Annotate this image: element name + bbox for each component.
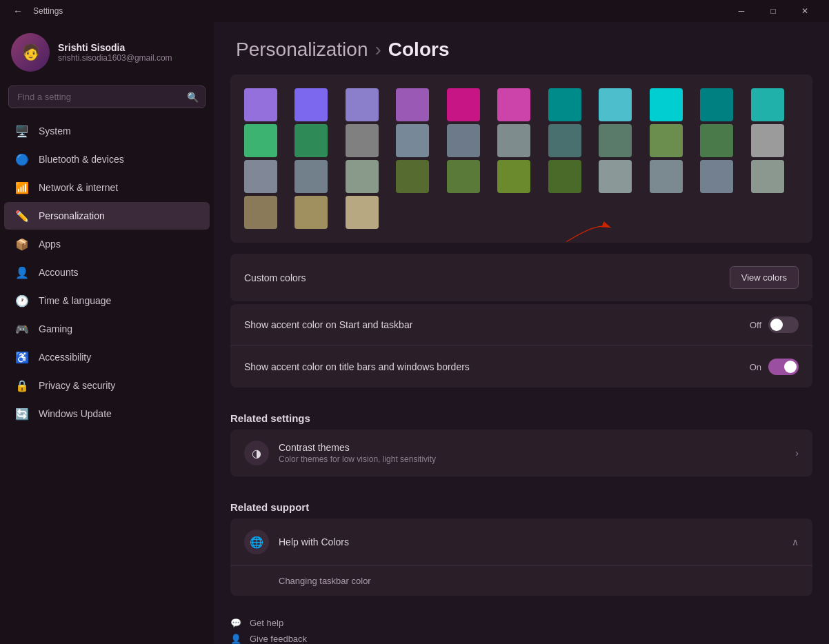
color-swatch-22[interactable] [244,160,277,193]
custom-colors-row: Custom colors View colors [230,254,812,301]
nav-label-privacy: Privacy & security [39,380,115,391]
accent-title-row: Show accent color on title bars and wind… [230,346,812,388]
color-swatch-9[interactable] [700,88,733,121]
related-support-title: Related support [214,487,829,519]
sidebar-item-gaming[interactable]: 🎮 Gaming [4,315,210,343]
toggle-thumb-taskbar [770,319,783,331]
accent-title-toggle[interactable] [768,359,799,375]
view-colors-button[interactable]: View colors [730,266,799,289]
sidebar-item-accounts[interactable]: 👤 Accounts [4,259,210,286]
content-area: Personalization › Colors Custom colors V… [214,22,829,644]
nav-label-update: Windows Update [39,408,112,419]
taskbar-color-item[interactable]: Changing taskbar color [230,566,812,596]
color-swatch-31[interactable] [700,160,733,193]
color-swatch-8[interactable] [650,88,683,121]
search-icon: 🔍 [187,92,199,103]
color-swatch-15[interactable] [447,124,480,157]
accent-taskbar-toggle[interactable] [768,316,799,333]
color-swatch-26[interactable] [447,160,480,193]
color-swatch-4[interactable] [447,88,480,121]
color-swatch-0[interactable] [244,88,277,121]
color-swatch-11[interactable] [244,124,277,157]
color-swatch-18[interactable] [599,124,632,157]
color-swatch-28[interactable] [548,160,581,193]
nav-icon-update: 🔄 [15,407,29,421]
color-swatch-27[interactable] [497,160,530,193]
color-swatch-10[interactable] [751,88,784,121]
accent-settings-section: Show accent color on Start and taskbar O… [230,304,812,388]
minimize-button[interactable]: ─ [726,0,757,22]
color-swatch-5[interactable] [497,88,530,121]
accent-title-control: On [750,359,799,375]
color-swatch-29[interactable] [599,160,632,193]
search-box[interactable]: 🔍 [8,85,206,108]
color-swatch-20[interactable] [700,124,733,157]
help-colors-item[interactable]: 🌐 Help with Colors ∧ [230,519,812,566]
user-section: 🧑 Srishti Sisodia srishti.sisodia1603@gm… [0,22,214,85]
color-swatch-14[interactable] [396,124,429,157]
sidebar-item-system[interactable]: 🖥️ System [4,117,210,145]
avatar: 🧑 [11,33,50,72]
nav-icon-apps: 📦 [15,237,29,251]
color-swatch-13[interactable] [346,124,379,157]
give-feedback-label: Give feedback [250,634,307,644]
titlebar: ← Settings ─ □ ✕ [0,0,829,22]
maximize-button[interactable]: □ [757,0,789,22]
related-settings-title: Related settings [214,399,829,430]
breadcrumb-current: Colors [388,39,450,61]
sidebar-item-network[interactable]: 📶 Network & internet [4,174,210,201]
color-swatch-3[interactable] [396,88,429,121]
sidebar-item-apps[interactable]: 📦 Apps [4,230,210,258]
sidebar-item-time[interactable]: 🕐 Time & language [4,287,210,314]
accent-taskbar-status: Off [750,320,761,330]
nav-label-time: Time & language [39,295,111,306]
user-email: srishti.sisodia1603@gmail.com [58,53,172,63]
nav-icon-network: 📶 [15,181,29,194]
color-swatch-24[interactable] [346,160,379,193]
color-swatch-6[interactable] [548,88,581,121]
sidebar-item-accessibility[interactable]: ♿ Accessibility [4,343,210,371]
color-swatch-1[interactable] [294,88,328,121]
get-help-link[interactable]: 💬 Get help [230,618,812,628]
color-swatch-17[interactable] [548,124,581,157]
color-swatch-23[interactable] [294,160,328,193]
nav-icon-time: 🕐 [15,294,29,308]
nav-label-bluetooth: Bluetooth & devices [39,154,124,165]
swatches-grid [244,88,799,229]
nav-icon-gaming: 🎮 [15,322,29,336]
color-swatch-7[interactable] [599,88,632,121]
nav-icon-privacy: 🔒 [15,379,29,392]
give-feedback-icon: 👤 [230,634,241,644]
color-swatch-19[interactable] [650,124,683,157]
close-button[interactable]: ✕ [789,0,821,22]
back-button[interactable]: ← [8,1,28,21]
contrast-themes-item[interactable]: ◑ Contrast themes Color themes for low v… [230,430,812,476]
color-swatch-30[interactable] [650,160,683,193]
sidebar-item-privacy[interactable]: 🔒 Privacy & security [4,372,210,399]
nav-icon-personalization: ✏️ [15,209,29,223]
sidebar-item-personalization[interactable]: ✏️ Personalization [4,202,210,230]
breadcrumb: Personalization › Colors [214,22,829,74]
search-input[interactable] [8,85,206,108]
related-settings-section: ◑ Contrast themes Color themes for low v… [230,430,812,476]
breadcrumb-parent: Personalization [236,39,368,61]
sidebar-item-update[interactable]: 🔄 Windows Update [4,400,210,427]
contrast-themes-icon: ◑ [244,441,269,465]
help-colors-left: 🌐 Help with Colors [244,530,349,554]
nav-label-apps: Apps [39,239,61,250]
color-swatch-25[interactable] [396,160,429,193]
color-swatch-34[interactable] [294,196,328,229]
nav-icon-accounts: 👤 [15,265,29,279]
give-feedback-link[interactable]: 👤 Give feedback [230,634,812,644]
color-swatch-35[interactable] [346,196,379,229]
nav-icon-bluetooth: 🔵 [15,152,29,166]
color-swatch-2[interactable] [346,88,379,121]
sidebar-item-bluetooth[interactable]: 🔵 Bluetooth & devices [4,145,210,173]
help-colors-icon: 🌐 [244,530,269,554]
color-swatch-12[interactable] [294,124,328,157]
color-swatch-16[interactable] [497,124,530,157]
color-swatch-32[interactable] [751,160,784,193]
color-swatch-33[interactable] [244,196,277,229]
color-swatch-21[interactable] [751,124,784,157]
related-support-section: 🌐 Help with Colors ∧ Changing taskbar co… [230,519,812,596]
